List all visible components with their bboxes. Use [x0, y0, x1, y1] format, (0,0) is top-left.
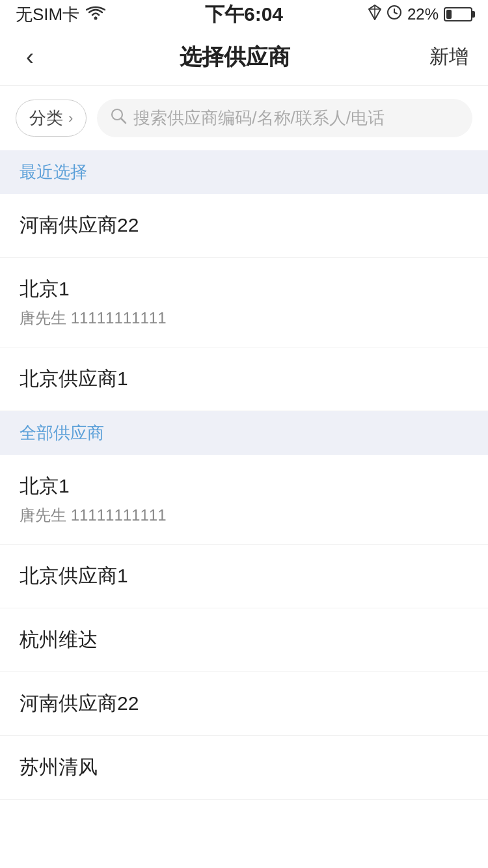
supplier-name: 北京1: [20, 473, 468, 500]
list-item[interactable]: 河南供应商22: [0, 194, 488, 258]
supplier-name: 苏州清风: [20, 754, 468, 781]
list-item[interactable]: 杭州维达: [0, 608, 488, 672]
search-box[interactable]: 搜索供应商编码/名称/联系人/电话: [97, 99, 472, 137]
supplier-name: 杭州维达: [20, 627, 468, 653]
chevron-right-icon: ›: [68, 110, 73, 127]
nav-bar: ‹ 选择供应商 新增: [0, 29, 488, 86]
supplier-name: 河南供应商22: [20, 690, 468, 717]
list-item[interactable]: 苏州清风: [0, 736, 488, 800]
list-item[interactable]: 河南供应商22: [0, 672, 488, 736]
status-right: 22%: [368, 5, 472, 24]
battery-pct: 22%: [407, 5, 439, 23]
search-icon: [110, 107, 127, 129]
battery-icon: [444, 7, 472, 21]
status-left: 无SIM卡: [16, 3, 105, 26]
status-time: 下午6:04: [205, 1, 283, 28]
supplier-contact: 唐先生 11111111111: [20, 308, 468, 329]
clock-icon: [386, 5, 402, 24]
section-header-recent: 最近选择: [0, 150, 488, 194]
add-button[interactable]: 新增: [429, 44, 468, 70]
svg-point-0: [94, 16, 98, 20]
supplier-name: 河南供应商22: [20, 212, 468, 239]
list-item[interactable]: 北京供应商1: [0, 347, 488, 411]
carrier-label: 无SIM卡: [16, 3, 79, 26]
search-placeholder: 搜索供应商编码/名称/联系人/电话: [133, 107, 385, 129]
filter-bar: 分类 › 搜索供应商编码/名称/联系人/电话: [0, 86, 488, 150]
wifi-icon: [86, 5, 105, 25]
back-button[interactable]: ‹: [20, 37, 40, 77]
page-title: 选择供应商: [180, 42, 290, 72]
category-button[interactable]: 分类 ›: [16, 100, 87, 137]
list-item[interactable]: 北京供应商1: [0, 545, 488, 608]
svg-line-7: [121, 118, 126, 123]
svg-line-5: [394, 12, 397, 14]
sections-container: 最近选择河南供应商22北京1唐先生 11111111111北京供应商1全部供应商…: [0, 150, 488, 800]
section-header-all: 全部供应商: [0, 411, 488, 455]
supplier-name: 北京供应商1: [20, 366, 468, 392]
location-icon: [368, 5, 381, 24]
supplier-contact: 唐先生 11111111111: [20, 505, 468, 526]
status-bar: 无SIM卡 下午6:04: [0, 0, 488, 29]
supplier-name: 北京1: [20, 276, 468, 303]
category-label: 分类: [29, 107, 63, 129]
list-item[interactable]: 北京1唐先生 11111111111: [0, 258, 488, 347]
supplier-name: 北京供应商1: [20, 563, 468, 590]
list-item[interactable]: 北京1唐先生 11111111111: [0, 455, 488, 545]
